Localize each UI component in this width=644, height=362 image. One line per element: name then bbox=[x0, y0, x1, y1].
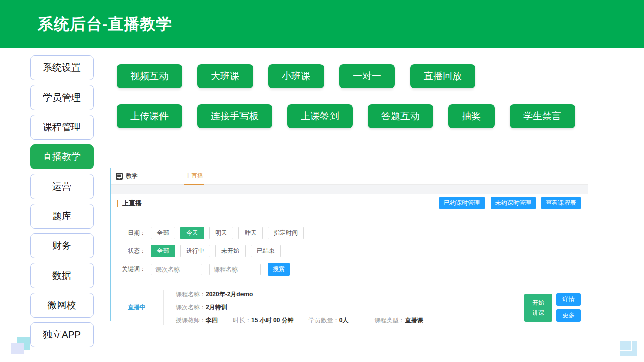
filter-area: 日期： 全部 今天 明天 昨天 指定时间 状态： 全部 进行中 未开始 已结束 … bbox=[111, 213, 588, 284]
course-list-row: 直播中 课程名称：2020年-2月demo 课次名称：2月特训 授课教师：李四时… bbox=[111, 284, 588, 331]
course-name-label: 课程名称： bbox=[176, 291, 206, 298]
status-filter-row: 状态： 全部 进行中 未开始 已结束 bbox=[118, 245, 581, 257]
row-actions: 开始讲课 详情 更多 bbox=[524, 293, 581, 322]
course-details: 课程名称：2020年-2月demo 课次名称：2月特训 授课教师：李四时长：15… bbox=[164, 290, 524, 325]
course-type-label: 课程类型： bbox=[374, 317, 405, 324]
booked-lessons-button[interactable]: 已约课时管理 bbox=[439, 197, 485, 209]
status-filter-label: 状态： bbox=[118, 247, 146, 255]
duration-label: 时长： bbox=[233, 317, 251, 324]
detail-button[interactable]: 详情 bbox=[556, 293, 581, 306]
status-chip-ended[interactable]: 已结束 bbox=[251, 245, 281, 257]
course-type-value: 直播课 bbox=[405, 317, 423, 324]
keyword-filter-row: 关键词： 搜索 bbox=[118, 263, 581, 276]
live-admin-panel: 教学 上直播 上直播 已约课时管理 未约课时管理 查看课程表 日期： 全部 今天… bbox=[110, 168, 588, 321]
feature-row-2: 上传课件 连接手写板 上课签到 答题互动 抽奖 学生禁言 bbox=[117, 104, 590, 128]
sidebar-item-question-bank[interactable]: 题库 bbox=[30, 204, 94, 229]
panel-tabbar: 教学 上直播 bbox=[111, 168, 588, 185]
students-value: 0人 bbox=[339, 317, 349, 324]
status-chip-in-progress[interactable]: 进行中 bbox=[180, 245, 210, 257]
section-accent-bar bbox=[117, 200, 118, 207]
course-name-input[interactable] bbox=[209, 264, 261, 275]
sidebar-item-finance[interactable]: 财务 bbox=[30, 233, 94, 258]
unbooked-lessons-button[interactable]: 未约课时管理 bbox=[491, 197, 536, 209]
date-filter-row: 日期： 全部 今天 明天 昨天 指定时间 bbox=[118, 227, 581, 239]
feature-quiz-interaction[interactable]: 答题互动 bbox=[368, 104, 433, 128]
teacher-label: 授课教师： bbox=[176, 317, 206, 324]
view-schedule-button[interactable]: 查看课程表 bbox=[541, 197, 581, 209]
panel-spacer bbox=[111, 185, 588, 194]
sidebar-item-micro-school[interactable]: 微网校 bbox=[30, 293, 94, 318]
date-chip-all[interactable]: 全部 bbox=[151, 227, 175, 239]
date-chip-tomorrow[interactable]: 明天 bbox=[209, 227, 233, 239]
feature-one-on-one[interactable]: 一对一 bbox=[339, 64, 395, 88]
feature-class-checkin[interactable]: 上课签到 bbox=[287, 104, 353, 128]
students-label: 学员数量： bbox=[309, 317, 339, 324]
page-title: 系统后台-直播教学 bbox=[38, 14, 172, 35]
keyword-filter-label: 关键词： bbox=[118, 265, 146, 274]
feature-lottery[interactable]: 抽奖 bbox=[448, 104, 495, 128]
duration-value: 15 小时 00 分钟 bbox=[251, 317, 294, 324]
sidebar-item-standalone-app[interactable]: 独立APP bbox=[30, 322, 94, 347]
course-name-value: 2020年-2月demo bbox=[206, 291, 253, 298]
status-chip-not-started[interactable]: 未开始 bbox=[215, 245, 246, 257]
panel-content: 上直播 已约课时管理 未约课时管理 查看课程表 日期： 全部 今天 明天 昨天 … bbox=[111, 194, 588, 331]
lesson-name-label: 课次名称： bbox=[176, 304, 206, 311]
feature-row-1: 视频互动 大班课 小班课 一对一 直播回放 bbox=[117, 64, 491, 88]
feature-connect-tablet[interactable]: 连接手写板 bbox=[197, 104, 272, 128]
sidebar-item-course-management[interactable]: 课程管理 bbox=[30, 115, 94, 140]
row-secondary-actions: 详情 更多 bbox=[556, 293, 581, 322]
feature-large-class[interactable]: 大班课 bbox=[197, 64, 253, 88]
feature-video-interaction[interactable]: 视频互动 bbox=[117, 64, 182, 88]
sidebar-item-data[interactable]: 数据 bbox=[30, 263, 94, 288]
more-button[interactable]: 更多 bbox=[556, 309, 581, 322]
section-title: 上直播 bbox=[122, 199, 142, 208]
teacher-value: 李四 bbox=[206, 317, 218, 324]
date-chip-yesterday[interactable]: 昨天 bbox=[238, 227, 263, 239]
status-chip-all[interactable]: 全部 bbox=[151, 245, 175, 257]
lesson-name-value: 2月特训 bbox=[206, 304, 227, 311]
search-button[interactable]: 搜索 bbox=[268, 263, 290, 276]
sidebar-item-student-management[interactable]: 学员管理 bbox=[30, 85, 94, 110]
sidebar-item-operations[interactable]: 运营 bbox=[30, 174, 94, 199]
decoration-square-lavender bbox=[11, 343, 24, 354]
tab-go-live[interactable]: 上直播 bbox=[184, 168, 204, 185]
page-header: 系统后台-直播教学 bbox=[0, 0, 644, 48]
section-actions: 已约课时管理 未约课时管理 查看课程表 bbox=[435, 197, 581, 209]
start-teaching-button[interactable]: 开始讲课 bbox=[524, 294, 552, 322]
feature-upload-courseware[interactable]: 上传课件 bbox=[117, 104, 182, 128]
course-meta-line: 授课教师：李四时长：15 小时 00 分钟学员数量：0人课程类型：直播课 bbox=[176, 316, 524, 325]
live-status-badge: 直播中 bbox=[111, 303, 163, 312]
feature-live-replay[interactable]: 直播回放 bbox=[410, 64, 475, 88]
sidebar-item-live-teaching[interactable]: 直播教学 bbox=[30, 144, 94, 169]
lesson-name-input[interactable] bbox=[151, 264, 202, 275]
date-chip-custom[interactable]: 指定时间 bbox=[268, 227, 304, 239]
lesson-name-line: 课次名称：2月特训 bbox=[176, 303, 524, 312]
sidebar-nav: 系统设置 学员管理 课程管理 直播教学 运营 题库 财务 数据 微网校 独立AP… bbox=[30, 55, 94, 352]
decoration-square-outline bbox=[613, 336, 632, 351]
course-name-line: 课程名称：2020年-2月demo bbox=[176, 290, 524, 299]
section-header: 上直播 bbox=[117, 199, 142, 208]
sidebar-item-system-settings[interactable]: 系统设置 bbox=[30, 55, 94, 80]
date-chip-today[interactable]: 今天 bbox=[180, 227, 204, 239]
feature-small-class[interactable]: 小班课 bbox=[268, 64, 324, 88]
section-header-row: 上直播 已约课时管理 未约课时管理 查看课程表 bbox=[111, 194, 588, 213]
panel-app-label: 教学 bbox=[126, 172, 138, 180]
date-filter-label: 日期： bbox=[118, 229, 146, 237]
teaching-icon bbox=[116, 173, 123, 180]
feature-mute-students[interactable]: 学生禁言 bbox=[510, 104, 575, 128]
